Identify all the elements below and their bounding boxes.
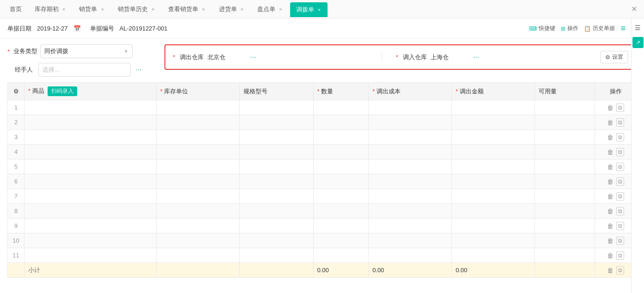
calendar-icon[interactable]: 📅 [73,25,81,32]
row-cost-8[interactable] [369,204,452,219]
row-unit-8[interactable] [156,204,239,219]
tab-inventory-check[interactable]: 盘点单 × [251,2,289,17]
row-qty-9[interactable] [313,219,369,233]
row-cost-10[interactable] [369,233,452,248]
tab-inventory-init[interactable]: 库存期初 × [29,2,72,17]
row-cost-5[interactable] [369,159,452,174]
gear-icon[interactable]: ⚙ [13,88,19,95]
row-qty-2[interactable] [313,115,369,130]
row-amount-8[interactable] [452,204,535,219]
row-qty-8[interactable] [313,204,369,219]
row-unit-10[interactable] [156,233,239,248]
tab-inventory-init-close[interactable]: × [61,6,66,12]
row-available-10[interactable] [535,233,595,248]
row-available-8[interactable] [535,204,595,219]
subtotal-copy-icon[interactable]: ⧉ [616,266,624,275]
row-spec-1[interactable] [239,100,313,115]
row-available-3[interactable] [535,130,595,145]
tab-sales-order[interactable]: 销货单 × [73,2,110,17]
delete-icon-3[interactable]: 🗑 [607,134,614,141]
window-close-button[interactable]: ✕ [627,3,640,16]
operations-btn[interactable]: ⊞ 操作 [561,24,578,32]
row-amount-6[interactable] [452,174,535,189]
operator-more-btn[interactable]: ··· [134,66,143,74]
copy-icon-11[interactable]: ⧉ [616,251,624,260]
row-available-11[interactable] [535,248,595,263]
row-product-11[interactable] [24,248,157,263]
row-product-2[interactable] [24,115,157,130]
row-product-3[interactable] [24,130,157,145]
row-product-8[interactable] [24,204,157,219]
row-product-1[interactable] [24,100,157,115]
row-spec-2[interactable] [239,115,313,130]
row-qty-7[interactable] [313,189,369,204]
operator-select[interactable]: 选择... [38,63,131,77]
sidebar-expand-icon[interactable]: ↗ [632,37,644,48]
delete-icon-1[interactable]: 🗑 [607,104,614,111]
row-spec-9[interactable] [239,219,313,233]
row-available-5[interactable] [535,159,595,174]
row-cost-4[interactable] [369,145,452,159]
row-qty-10[interactable] [313,233,369,248]
copy-icon-5[interactable]: ⧉ [616,163,624,171]
row-qty-3[interactable] [313,130,369,145]
tab-sales-history-close[interactable]: × [151,6,155,12]
tab-view-sales-close[interactable]: × [201,6,206,12]
row-product-9[interactable] [24,219,157,233]
tab-inventory-check-close[interactable]: × [278,6,283,12]
copy-icon-4[interactable]: ⧉ [616,148,624,156]
delete-icon-2[interactable]: 🗑 [607,119,614,126]
copy-icon-7[interactable]: ⧉ [616,192,624,201]
row-cost-9[interactable] [369,219,452,233]
sidebar-list-icon[interactable]: ☰ [632,22,644,33]
row-unit-11[interactable] [156,248,239,263]
delete-icon-7[interactable]: 🗑 [607,193,614,200]
row-spec-8[interactable] [239,204,313,219]
row-amount-4[interactable] [452,145,535,159]
row-cost-11[interactable] [369,248,452,263]
row-spec-11[interactable] [239,248,313,263]
delete-icon-9[interactable]: 🗑 [607,222,614,230]
row-spec-5[interactable] [239,159,313,174]
warehouse-in-more-btn[interactable]: ··· [471,53,481,61]
row-qty-6[interactable] [313,174,369,189]
tab-purchase-order[interactable]: 进货单 × [213,2,250,17]
row-product-10[interactable] [24,233,157,248]
row-amount-1[interactable] [452,100,535,115]
delete-icon-4[interactable]: 🗑 [607,148,614,156]
delete-icon-8[interactable]: 🗑 [607,208,614,215]
row-cost-7[interactable] [369,189,452,204]
row-unit-6[interactable] [156,174,239,189]
row-amount-10[interactable] [452,233,535,248]
row-qty-1[interactable] [313,100,369,115]
row-available-7[interactable] [535,189,595,204]
warehouse-out-more-btn[interactable]: ··· [248,53,258,61]
row-spec-7[interactable] [239,189,313,204]
row-unit-9[interactable] [156,219,239,233]
copy-icon-9[interactable]: ⧉ [616,222,624,230]
row-product-6[interactable] [24,174,157,189]
copy-icon-2[interactable]: ⧉ [616,118,624,127]
row-cost-6[interactable] [369,174,452,189]
row-available-6[interactable] [535,174,595,189]
row-spec-4[interactable] [239,145,313,159]
delete-icon-6[interactable]: 🗑 [607,178,614,185]
row-unit-7[interactable] [156,189,239,204]
tab-view-sales[interactable]: 查看销货单 × [162,2,212,17]
row-qty-11[interactable] [313,248,369,263]
row-amount-9[interactable] [452,219,535,233]
row-cost-3[interactable] [369,130,452,145]
tab-purchase-order-close[interactable]: × [240,6,244,12]
copy-icon-8[interactable]: ⧉ [616,207,624,215]
row-amount-7[interactable] [452,189,535,204]
scan-entry-btn[interactable]: 扫码录入 [48,86,77,96]
copy-icon-1[interactable]: ⧉ [616,104,624,112]
delete-icon-5[interactable]: 🗑 [607,163,614,171]
row-amount-3[interactable] [452,130,535,145]
row-product-7[interactable] [24,189,157,204]
row-cost-2[interactable] [369,115,452,130]
history-btn[interactable]: 📋 历史单据 [584,24,615,32]
row-available-4[interactable] [535,145,595,159]
row-available-9[interactable] [535,219,595,233]
row-spec-6[interactable] [239,174,313,189]
